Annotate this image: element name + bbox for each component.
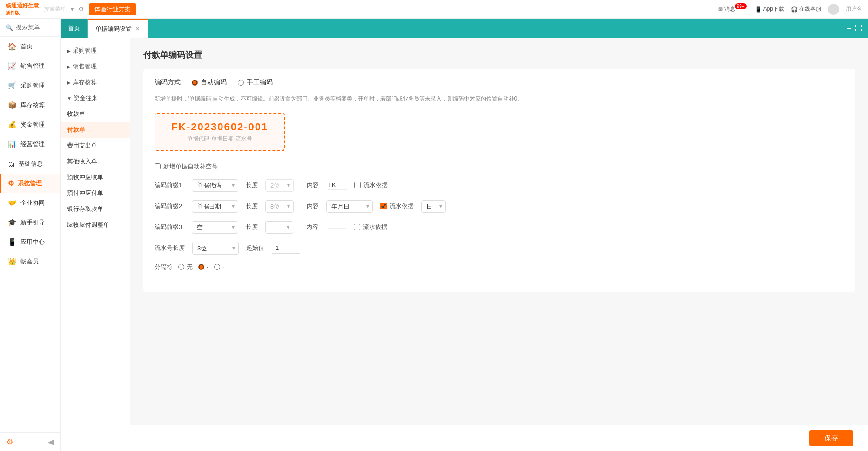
serial-length-select-wrapper[interactable]: 3位 (192, 242, 239, 255)
topbar-right: ✉ 消息 99+ 📱 App下载 🎧 在线客服 用户名 (718, 4, 862, 15)
sidebar-item-label: 库存核算 (20, 101, 45, 109)
serial-start-label: 起始值 (246, 244, 264, 252)
day-select-wrapper[interactable]: 日 (421, 200, 446, 213)
app-download-item[interactable]: 📱 App下载 (755, 5, 784, 13)
prefix-select-3[interactable]: 空 (192, 221, 238, 234)
sidebar-item-appstore[interactable]: 📱 应用中心 (0, 232, 60, 252)
auto-code-radio[interactable] (192, 80, 198, 86)
sep-dot-radio[interactable] (198, 264, 204, 270)
sidebar-item-label: 企业协同 (20, 199, 45, 207)
length-select-wrapper-3[interactable] (265, 221, 293, 234)
sec-group-purchase[interactable]: ▶ 采购管理 (61, 43, 130, 59)
sec-item-expense-label: 费用支出单 (67, 141, 97, 150)
sec-group-arrow-inventory: ▶ (67, 80, 71, 85)
message-item[interactable]: ✉ 消息 99+ (718, 5, 748, 13)
serial-checkbox-2[interactable] (380, 203, 387, 209)
sec-item-bank[interactable]: 银行存取款单 (61, 201, 130, 217)
sec-item-receipt[interactable]: 收款单 (61, 106, 130, 122)
prefix-select-wrapper-3[interactable]: 空 (192, 221, 238, 234)
sec-item-bank-label: 银行存取款单 (67, 205, 103, 213)
sidebar-item-inventory[interactable]: 📦 库存核算 (0, 95, 60, 115)
sidebar-item-purchase[interactable]: 🛒 采购管理 (0, 76, 60, 95)
tabbar-minimize-icon[interactable]: – (847, 24, 851, 33)
serial-start-input[interactable] (272, 242, 300, 254)
sep-dot2-label[interactable]: · (214, 263, 224, 270)
sec-item-adjustment[interactable]: 应收应付调整单 (61, 217, 130, 233)
sidebar-item-label: 基础信息 (19, 160, 43, 168)
tab-close-icon[interactable]: ✕ (135, 26, 140, 32)
sec-item-payment-label: 付款单 (67, 126, 85, 134)
sep-none-label[interactable]: 无 (178, 263, 193, 271)
sidebar-item-sales[interactable]: 📈 销售管理 (0, 56, 60, 76)
nav-bottom-settings-icon[interactable]: ⚙ (7, 438, 13, 446)
layout: 🔍 搜索菜单 🏠 首页 📈 销售管理 🛒 采购管理 📦 库存核算 💰 资金管理 … (0, 19, 868, 451)
sidebar-item-guide[interactable]: 🎓 新手引导 (0, 213, 60, 232)
sidebar-item-label: 应用中心 (20, 238, 45, 246)
serial-label-3: 流水依据 (363, 223, 387, 231)
sec-item-receipt-label: 收款单 (67, 110, 85, 118)
tab-home[interactable]: 首页 (61, 19, 88, 38)
topbar-gear-icon[interactable]: ⚙ (78, 6, 84, 13)
sidebar-item-home[interactable]: 🏠 首页 (0, 37, 60, 56)
sidebar-item-label: 首页 (20, 42, 33, 51)
serial-checkbox-1[interactable] (354, 182, 361, 188)
sec-item-expense[interactable]: 费用支出单 (61, 138, 130, 154)
sidebar-item-system[interactable]: ⚙ 系统管理 (0, 174, 60, 193)
sidebar-item-basic[interactable]: 🗂 基础信息 (0, 154, 60, 174)
length-select-2[interactable]: 8位 (265, 200, 294, 213)
sec-group-capital[interactable]: ▼ 资金往来 (61, 90, 130, 106)
prefix-row-2: 编码前缀2 单据日期 长度 8位 (155, 200, 844, 213)
nav-collapse-icon[interactable]: ◀ (48, 438, 54, 446)
separator-row: 分隔符 无 · · (155, 263, 844, 271)
length-select-3[interactable] (265, 221, 293, 234)
serial-checkbox-3[interactable] (354, 224, 360, 230)
sec-item-other-income[interactable]: 其他收入单 (61, 154, 130, 169)
secondary-sidebar: ▶ 采购管理 ▶ 销售管理 ▶ 库存核算 ▼ 资金往来 收款单 (61, 38, 130, 451)
manual-code-radio[interactable] (238, 80, 244, 86)
auto-fill-checkbox[interactable] (155, 163, 161, 169)
serial-length-select[interactable]: 3位 (192, 242, 239, 255)
sec-item-prepay-offset[interactable]: 预收冲应收单 (61, 169, 130, 185)
save-bar: 保存 (130, 425, 868, 451)
sec-item-prepaid-payable[interactable]: 预付冲应付单 (61, 185, 130, 201)
sidebar-item-label: 畅会员 (20, 257, 39, 266)
topbar-dropdown-arrow[interactable]: ▾ (71, 6, 74, 13)
sep-dot-label[interactable]: · (198, 263, 209, 270)
prefix-select-2[interactable]: 单据日期 (192, 200, 238, 213)
sec-group-inventory[interactable]: ▶ 库存核算 (61, 74, 130, 90)
sidebar-item-management[interactable]: 📊 经营管理 (0, 135, 60, 154)
sidebar-item-member[interactable]: 👑 畅会员 (0, 252, 60, 271)
avatar[interactable] (828, 4, 839, 15)
nav-search[interactable]: 🔍 搜索菜单 (0, 19, 60, 37)
tabbar-expand-icon[interactable]: ⛶ (855, 24, 862, 33)
preview-label: 单据代码-单据日期-流水号 (169, 135, 270, 143)
content-select-wrapper-2[interactable]: 年月日 (326, 200, 373, 213)
sidebar-item-finance[interactable]: 💰 资金管理 (0, 115, 60, 135)
sep-dot2-text: · (222, 263, 224, 270)
coding-method-label: 编码方式 (155, 78, 181, 87)
length-select-wrapper-2[interactable]: 8位 (265, 200, 294, 213)
auto-fill-row: 新增单据自动补空号 (155, 162, 844, 171)
prefix-select-1[interactable]: 单据代码 (192, 179, 238, 192)
service-item[interactable]: 🎧 在线客服 (791, 5, 821, 13)
prefix-select-wrapper-2[interactable]: 单据日期 (192, 200, 238, 213)
serial-check-row-1: 流水依据 (354, 181, 388, 189)
sec-item-payment[interactable]: 付款单 (61, 122, 130, 138)
sec-group-sales[interactable]: ▶ 销售管理 (61, 59, 130, 74)
content-select-2[interactable]: 年月日 (326, 200, 373, 213)
manual-code-radio-label[interactable]: 手工编码 (238, 78, 273, 87)
content-label-3: 内容 (306, 223, 318, 231)
day-select[interactable]: 日 (421, 200, 446, 213)
prefix-select-wrapper-1[interactable]: 单据代码 (192, 179, 238, 192)
service-label: 在线客服 (799, 5, 821, 13)
sep-none-radio[interactable] (178, 264, 184, 270)
sep-dot2-radio[interactable] (214, 264, 220, 270)
finance-icon: 💰 (8, 121, 17, 129)
sidebar-item-label: 经营管理 (20, 140, 45, 148)
trial-button[interactable]: 体验行业方案 (89, 3, 136, 15)
sidebar-item-enterprise[interactable]: 🤝 企业协同 (0, 193, 60, 213)
auto-code-radio-label[interactable]: 自动编码 (192, 78, 227, 87)
sidebar-item-label: 新手引导 (20, 218, 45, 227)
tab-document-code[interactable]: 单据编码设置 ✕ (88, 19, 148, 38)
save-button[interactable]: 保存 (809, 430, 853, 446)
